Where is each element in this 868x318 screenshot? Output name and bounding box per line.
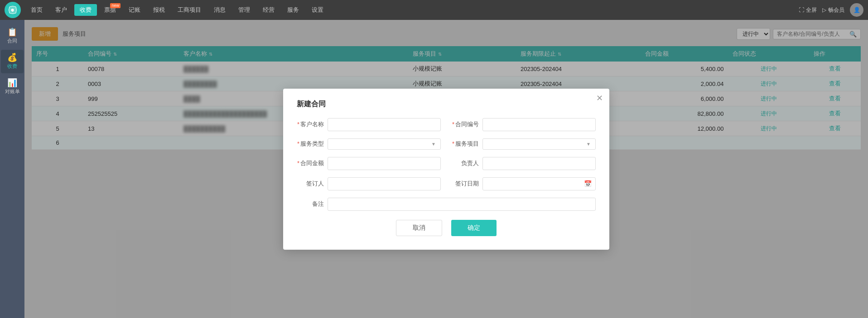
field-service-type: *服务类型 ▼ <box>297 138 441 150</box>
signatory-input[interactable] <box>328 177 441 190</box>
modal-title: 新建合同 <box>297 100 596 109</box>
service-type-select[interactable]: ▼ <box>328 138 441 150</box>
chevron-down-icon: ▼ <box>431 142 436 147</box>
nav-management[interactable]: 管理 <box>233 4 256 16</box>
nav-bills[interactable]: 票据 new <box>99 4 121 16</box>
chevron-down-icon2: ▼ <box>586 142 591 147</box>
remark-label: 备注 <box>297 200 324 208</box>
sign-date-input[interactable]: 2023-06-06 <box>483 178 580 190</box>
content-area: 新增 服务项目 进行中 已完成 已终止 全部 🔍 序号 合同 <box>24 20 868 318</box>
member-button[interactable]: ▷ 畅会员 <box>822 6 844 14</box>
play-icon: ▷ <box>822 7 826 13</box>
nav-tax[interactable]: 报税 <box>148 4 170 16</box>
form-grid: *客户名称 *合同编号 *服务类型 ▼ <box>297 118 596 211</box>
sign-date-picker: 2023-06-06 📅 <box>482 177 596 190</box>
main-layout: 📋 合同 💰 收费 📊 对账单 新增 服务项目 进行中 已完成 已终止 全部 <box>0 20 868 318</box>
nav-client[interactable]: 客户 <box>50 4 72 16</box>
calendar-icon[interactable]: 📅 <box>580 180 595 187</box>
sidebar-item-contract[interactable]: 📋 合同 <box>1 24 24 48</box>
field-client-name: *客户名称 <box>297 118 441 131</box>
modal-overlay: ✕ 新建合同 *客户名称 *合同编号 *服务类型 <box>24 20 868 318</box>
confirm-button[interactable]: 确定 <box>451 220 497 236</box>
cancel-button[interactable]: 取消 <box>396 220 442 236</box>
responsible-input[interactable] <box>482 157 596 170</box>
statement-icon: 📊 <box>7 79 17 87</box>
nav-settings[interactable]: 设置 <box>306 4 329 16</box>
field-signatory: 签订人 <box>297 177 441 190</box>
sidebar-item-charge[interactable]: 💰 收费 <box>1 50 24 73</box>
new-badge: new <box>110 3 121 8</box>
top-navigation: 首页 客户 收费 票据 new 记账 报税 工商项目 消息 管理 经营 服务 设… <box>0 0 868 20</box>
fullscreen-icon: ⛶ <box>799 7 804 13</box>
charge-icon: 💰 <box>7 53 17 62</box>
field-amount: *合同金额 0.00 <box>297 157 441 170</box>
fullscreen-button[interactable]: ⛶ 全屏 <box>799 6 817 14</box>
field-sign-date: 签订日期 2023-06-06 📅 <box>452 177 596 190</box>
client-name-input[interactable] <box>328 118 441 131</box>
amount-input[interactable]: 0.00 <box>328 157 441 170</box>
sidebar: 📋 合同 💰 收费 📊 对账单 <box>0 20 24 318</box>
nav-home[interactable]: 首页 <box>25 4 48 16</box>
nav-message[interactable]: 消息 <box>208 4 231 16</box>
service-type-label: *服务类型 <box>297 140 324 148</box>
avatar-icon: 👤 <box>854 7 860 13</box>
new-contract-modal: ✕ 新建合同 *客户名称 *合同编号 *服务类型 <box>283 89 609 250</box>
contract-no-input[interactable] <box>482 118 596 131</box>
nav-operation[interactable]: 经营 <box>257 4 280 16</box>
amount-label: *合同金额 <box>297 159 324 167</box>
avatar[interactable]: 👤 <box>850 3 863 17</box>
responsible-label: 负责人 <box>452 159 479 167</box>
modal-footer: 取消 确定 <box>297 220 596 236</box>
field-service-item: *服务项目 ▼ <box>452 138 596 150</box>
service-item-select[interactable]: ▼ <box>482 138 596 150</box>
app-logo <box>5 2 21 18</box>
nav-service[interactable]: 服务 <box>282 4 304 16</box>
field-contract-no: *合同编号 <box>452 118 596 131</box>
signatory-label: 签订人 <box>297 180 324 188</box>
contract-no-label: *合同编号 <box>452 120 479 128</box>
field-responsible: 负责人 <box>452 157 596 170</box>
nav-invoice[interactable]: 收费 <box>74 4 97 16</box>
nav-menu: 首页 客户 收费 票据 new 记账 报税 工商项目 消息 管理 经营 服务 设… <box>25 4 799 16</box>
modal-close-button[interactable]: ✕ <box>596 94 603 102</box>
sidebar-item-statement[interactable]: 📊 对账单 <box>1 75 24 99</box>
client-name-label: *客户名称 <box>297 120 324 128</box>
field-remark: 备注 <box>297 198 596 211</box>
service-item-label: *服务项目 <box>452 140 479 148</box>
sign-date-label: 签订日期 <box>452 180 479 188</box>
contract-icon: 📋 <box>7 28 17 36</box>
remark-input[interactable] <box>328 198 596 211</box>
nav-ledger[interactable]: 记账 <box>123 4 146 16</box>
nav-right: ⛶ 全屏 ▷ 畅会员 👤 <box>799 3 863 17</box>
nav-business[interactable]: 工商项目 <box>172 4 207 16</box>
